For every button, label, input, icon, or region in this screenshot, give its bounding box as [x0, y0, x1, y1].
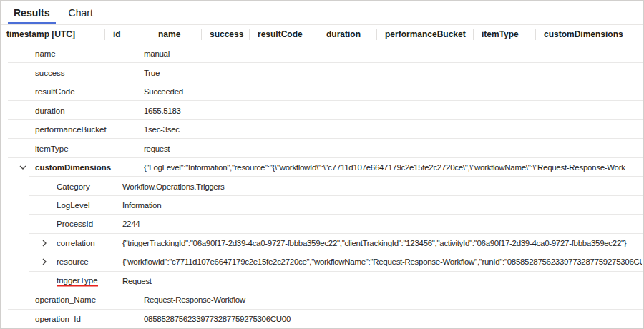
results-tabbar: Results Chart	[1, 1, 643, 25]
row-operation-name[interactable]: operation_Name Request-Response-Workflow	[1, 290, 643, 309]
row-resource[interactable]: resource {"workflowId":"c7711d107e664717…	[1, 252, 643, 271]
row-performancebucket[interactable]: performanceBucket 1sec-3sec	[1, 120, 643, 139]
row-processid[interactable]: ProcessId 2244	[1, 215, 643, 233]
expanded-row-details: name manual success True resultCode Succ…	[1, 44, 643, 328]
row-value: 2244	[122, 220, 642, 228]
tab-chart-label: Chart	[69, 7, 93, 19]
row-correlation[interactable]: correlation {"triggerTrackingId":"06a90f…	[1, 234, 643, 252]
chevron-right-icon[interactable]	[40, 239, 49, 247]
row-name[interactable]: name manual	[1, 44, 643, 63]
column-header-success[interactable]: success	[201, 25, 249, 44]
query-results-panel: Results Chart timestamp [UTC] id name su…	[0, 0, 644, 329]
row-triggertype[interactable]: triggerType Request	[1, 272, 643, 290]
row-category[interactable]: Category Workflow.Operations.Triggers	[1, 177, 643, 195]
chevron-right-icon[interactable]	[40, 257, 49, 266]
row-value: Request-Response-Workflow	[144, 295, 642, 304]
column-header-customdimensions[interactable]: customDimensions	[535, 25, 643, 44]
row-label: Category	[57, 182, 90, 191]
row-label-annotated: triggerType	[57, 275, 98, 286]
column-header-id[interactable]: id	[104, 25, 150, 44]
row-value: 08585287562339773287759275306CU00	[144, 315, 642, 323]
column-header-resultcode[interactable]: resultCode	[249, 25, 318, 44]
row-value: True	[144, 69, 642, 77]
chevron-down-icon[interactable]	[19, 163, 27, 172]
row-duration[interactable]: duration 1655.5183	[1, 101, 643, 119]
row-loglevel[interactable]: LogLevel Information	[1, 196, 643, 215]
row-label: LogLevel	[57, 201, 90, 210]
tab-results[interactable]: Results	[8, 1, 56, 24]
row-operation-id[interactable]: operation_Id 085852875623397732877592753…	[1, 310, 643, 328]
row-value: Workflow.Operations.Triggers	[122, 182, 642, 191]
tab-chart[interactable]: Chart	[63, 1, 99, 24]
column-header-duration[interactable]: duration	[318, 25, 376, 44]
row-label: performanceBucket	[35, 125, 107, 134]
row-value: 1sec-3sec	[144, 125, 642, 134]
row-success[interactable]: success True	[1, 63, 643, 82]
row-label: ProcessId	[57, 220, 93, 228]
row-label: operation_Name	[35, 295, 96, 304]
column-header-itemtype[interactable]: itemType	[473, 25, 535, 44]
row-value: {"workflowId":"c7711d107e6647179c2e15fe2…	[122, 257, 642, 266]
row-label: itemType	[35, 144, 69, 153]
row-value: {"triggerTrackingId":"06a90f17-2d39-4ca0…	[122, 239, 642, 247]
row-value: request	[144, 144, 642, 153]
row-value: manual	[144, 49, 642, 58]
results-table-header: timestamp [UTC] id name success resultCo…	[1, 25, 643, 44]
column-header-timestamp[interactable]: timestamp [UTC]	[1, 25, 104, 44]
row-label: resultCode	[35, 87, 75, 96]
row-value: Request	[122, 277, 642, 285]
row-value: 1655.5183	[144, 107, 642, 115]
row-label: customDimensions	[35, 163, 111, 172]
row-label: success	[35, 69, 65, 77]
row-resultcode[interactable]: resultCode Succeeded	[1, 82, 643, 101]
row-label: duration	[35, 107, 65, 115]
row-label: name	[35, 49, 56, 58]
row-label: operation_Id	[35, 315, 81, 323]
tab-results-label: Results	[14, 7, 50, 19]
row-label: correlation	[57, 239, 95, 247]
column-header-performancebucket[interactable]: performanceBucket	[376, 25, 473, 44]
row-customdimensions[interactable]: customDimensions {"LogLevel":"Informatio…	[1, 158, 643, 177]
row-value: {"LogLevel":"Information","resource":"{\…	[144, 163, 642, 172]
row-value: Succeeded	[144, 87, 642, 96]
row-itemtype[interactable]: itemType request	[1, 139, 643, 157]
row-value: Information	[122, 201, 642, 210]
column-header-name[interactable]: name	[150, 25, 201, 44]
row-label: resource	[57, 257, 89, 266]
